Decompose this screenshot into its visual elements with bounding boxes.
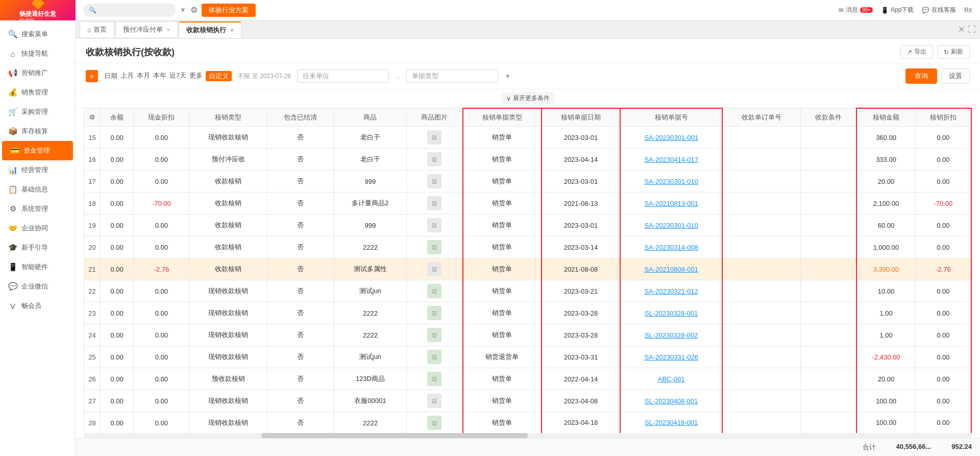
sidebar-item-12[interactable]: 📱智能硬件 — [0, 257, 75, 277]
cell-balance: 0.00 — [101, 171, 134, 193]
message-button[interactable]: ✉ 消息 99+ — [839, 6, 873, 14]
table-row: 23 0.00 0.00 现销收款核销 否 2222 🖼 销货单 2023-03… — [84, 302, 972, 324]
cell-bill-date: 2023-03-01 — [542, 214, 620, 236]
refresh-button[interactable]: ↻ 刷新 — [937, 45, 970, 59]
sidebar-item-2[interactable]: 📢营销推广 — [0, 63, 75, 83]
cell-writeoff-type: 现销收款核销 — [189, 412, 267, 434]
sidebar-item-5[interactable]: 📦库存核算 — [0, 122, 75, 141]
cell-writeoff-discount: -70.00 — [915, 193, 971, 214]
sidebar-item-10[interactable]: 🤝企业协同 — [0, 219, 75, 238]
sidebar-item-14[interactable]: V畅会员 — [0, 296, 75, 316]
cell-bill-no[interactable]: SL-20230408-001 — [620, 390, 722, 412]
window-max-icon[interactable]: ⛶ — [968, 25, 976, 34]
sidebar-item-1[interactable]: ⌂快捷导航 — [0, 44, 75, 63]
cell-receipt-order-no — [722, 368, 800, 390]
sidebar-icon-1: ⌂ — [8, 49, 17, 58]
sidebar-icon-6: 💳 — [10, 146, 19, 155]
tab-prepay[interactable]: 预付冲应付单 × — [115, 21, 178, 37]
sidebar-item-13[interactable]: 💬企业微信 — [0, 277, 75, 296]
sidebar-item-3[interactable]: 💰销售管理 — [0, 83, 75, 102]
filter-date-more[interactable]: 更多 — [189, 71, 203, 81]
th-product-img: 商品图片 — [407, 108, 463, 127]
tab-home[interactable]: ⌂ 首页 — [80, 21, 114, 37]
cell-include-settled: 否 — [267, 127, 334, 149]
app-download-button[interactable]: 📱 App下载 — [881, 6, 914, 14]
tab-prepay-close[interactable]: × — [167, 27, 170, 33]
sidebar-item-7[interactable]: 📊经营管理 — [0, 160, 75, 180]
industry-solution-button[interactable]: 体验行业方案 — [202, 4, 256, 17]
filter-date-7days[interactable]: 近7天 — [169, 71, 186, 81]
cell-writeoff-type: 现销收款核销 — [189, 390, 267, 412]
cell-writeoff-amount: 100.00 — [856, 412, 915, 434]
expand-more-button[interactable]: ∨ 展开更多条件 — [501, 92, 555, 104]
filter-date-lastmonth[interactable]: 上月 — [120, 71, 134, 81]
cell-bill-no[interactable]: SA-20230314-008 — [620, 236, 722, 258]
cell-receipt-order-no — [722, 149, 800, 171]
cell-include-settled: 否 — [267, 324, 334, 346]
filter-bill-type[interactable]: 单据类型 — [406, 69, 498, 83]
cell-bill-no[interactable]: SA-20230301-010 — [620, 171, 722, 193]
export-button[interactable]: ↗ 导出 — [900, 45, 933, 59]
filter-date-custom[interactable]: 自定义 — [206, 71, 232, 81]
th-settings[interactable]: ⚙ — [84, 108, 101, 127]
sidebar-item-4[interactable]: 🛒采购管理 — [0, 102, 75, 122]
cell-writeoff-type: 收款核销 — [189, 236, 267, 258]
cell-bill-date: 2023-03-21 — [542, 280, 620, 302]
query-button[interactable]: 查询 — [905, 68, 937, 84]
cell-bill-type: 销货单 — [463, 390, 542, 412]
cell-writeoff-amount: 2,100.00 — [856, 193, 915, 214]
cell-bill-no[interactable]: SA-20230414-017 — [620, 149, 722, 171]
sidebar-item-8[interactable]: 📋基础信息 — [0, 180, 75, 199]
sidebar-item-11[interactable]: 🎓新手引导 — [0, 238, 75, 257]
cell-receipt-order-no — [722, 412, 800, 434]
cell-writeoff-amount: 1.00 — [856, 302, 915, 324]
user-name: Rit — [964, 7, 972, 14]
cell-receipt-order-no — [722, 258, 800, 280]
filter-expand-button[interactable]: » — [86, 70, 98, 82]
cell-bill-no[interactable]: SL-20230328-002 — [620, 324, 722, 346]
sidebar-item-0[interactable]: 🔍搜索菜单 — [0, 25, 75, 44]
cell-bill-no[interactable]: SA-20230331-026 — [620, 346, 722, 368]
sidebar-item-9[interactable]: ⚙系统管理 — [0, 199, 75, 219]
window-close-icon[interactable]: ✕ — [958, 25, 965, 34]
table-scroll-thumb[interactable] — [261, 433, 528, 438]
cell-receipt-condition — [801, 324, 857, 346]
online-service-button[interactable]: 💬 在线客服 — [922, 6, 956, 14]
cell-bill-no[interactable]: ABC-001 — [620, 368, 722, 390]
gear-icon[interactable]: ⚙ — [190, 5, 198, 15]
tab-prepay-label: 预付冲应付单 — [123, 25, 163, 34]
filter-date-thismonth[interactable]: 本月 — [137, 71, 150, 81]
cell-writeoff-amount: 333.00 — [856, 149, 915, 171]
cell-bill-no[interactable]: SA-20210813-001 — [620, 193, 722, 214]
tab-writeoff-close[interactable]: × — [230, 27, 233, 33]
cell-bill-date: 2023-03-28 — [542, 302, 620, 324]
cell-writeoff-type: 收款核销 — [189, 171, 267, 193]
cell-product-img: 🖼 — [407, 258, 463, 280]
cell-bill-no[interactable]: SA-20210808-001 — [620, 258, 722, 280]
cell-product: 衣服00001 — [334, 390, 407, 412]
cell-bill-no[interactable]: SL-20230328-001 — [620, 302, 722, 324]
user-info[interactable]: Rit — [964, 7, 972, 14]
cell-receipt-condition — [801, 193, 857, 214]
sidebar-icon-14: V — [8, 301, 17, 310]
cell-bill-no[interactable]: SA-20230301-001 — [620, 127, 722, 149]
dropdown-icon[interactable]: ▼ — [180, 6, 186, 14]
expand-more-label: 展开更多条件 — [513, 94, 550, 103]
cell-bill-no[interactable]: SA-20230301-010 — [620, 214, 722, 236]
cell-writeoff-type: 现销收款核销 — [189, 302, 267, 324]
cell-bill-no[interactable]: SA-20230321-012 — [620, 280, 722, 302]
cell-receipt-order-no — [722, 280, 800, 302]
refresh-label: 刷新 — [951, 47, 963, 56]
cell-bill-no[interactable]: SL-20230418-001 — [620, 412, 722, 434]
cell-product: 123D商品 — [334, 368, 407, 390]
top-search-area[interactable]: 🔍 — [84, 4, 176, 17]
table-horizontal-scrollbar[interactable] — [84, 433, 972, 438]
filter-date-thisyear[interactable]: 本年 — [153, 71, 166, 81]
filter-date-range-display: 不限 至 2023-07-26 — [238, 72, 291, 81]
filter-from-unit[interactable]: 往来单位 — [297, 69, 389, 83]
cell-product: 老白干 — [334, 149, 407, 171]
settings-button[interactable]: 设置 — [941, 68, 970, 84]
sidebar-item-6[interactable]: 💳资金管理 — [2, 141, 73, 160]
cell-include-settled: 否 — [267, 302, 334, 324]
tab-writeoff[interactable]: 收款核销执行 × — [179, 21, 241, 38]
